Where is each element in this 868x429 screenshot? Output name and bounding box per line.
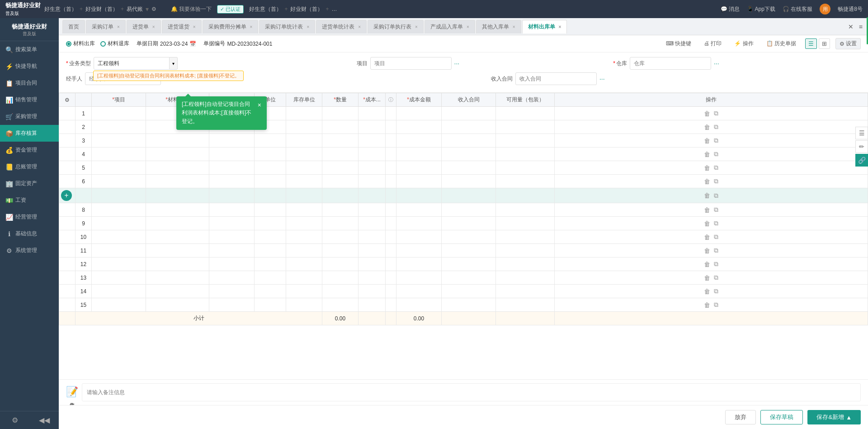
tab-purchase-order[interactable]: 采购订单× bbox=[86, 20, 126, 33]
col-header-settings[interactable]: ⚙ bbox=[59, 93, 75, 107]
row-material-7-input[interactable] bbox=[148, 192, 207, 199]
business-type-dropdown-btn[interactable]: ▾ bbox=[170, 57, 178, 70]
delete-row-9-btn[interactable]: 🗑 bbox=[703, 219, 711, 228]
row-qty-2[interactable] bbox=[322, 120, 359, 134]
copy-row-13-btn[interactable]: ⧉ bbox=[713, 273, 719, 282]
delete-row-13-btn[interactable]: 🗑 bbox=[703, 273, 711, 282]
tooltip-close-btn[interactable]: × bbox=[258, 100, 261, 110]
username[interactable]: 畅捷通8号 bbox=[838, 5, 863, 13]
sidebar-item-management[interactable]: 📈 经营管理 bbox=[0, 209, 59, 225]
shortcut-btn[interactable]: ⌨ 快捷键 bbox=[662, 38, 695, 49]
delete-row-8-btn[interactable]: 🗑 bbox=[703, 205, 711, 214]
nav-item-3[interactable]: 易代账 bbox=[127, 5, 143, 13]
topnav-settings[interactable]: ⚙ bbox=[151, 6, 156, 12]
view-grid-btn[interactable]: ⊞ bbox=[819, 38, 830, 49]
delete-row-7-btn[interactable]: 🗑 bbox=[703, 191, 711, 200]
sidebar-item-purchase[interactable]: 🛒 采购管理 bbox=[0, 108, 59, 125]
copy-row-14-btn[interactable]: ⧉ bbox=[713, 286, 719, 296]
right-tool-3[interactable]: 🔗 bbox=[855, 154, 868, 167]
copy-row-6-btn[interactable]: ⧉ bbox=[713, 176, 719, 186]
copy-row-3-btn[interactable]: ⧉ bbox=[713, 136, 719, 145]
warehouse-input[interactable] bbox=[630, 57, 711, 70]
calendar-icon[interactable]: 📅 bbox=[189, 41, 196, 47]
row-cost-amount-2[interactable] bbox=[396, 120, 442, 134]
copy-row-8-btn[interactable]: ⧉ bbox=[713, 205, 719, 214]
project-dots[interactable]: ··· bbox=[454, 60, 460, 67]
add-row-btn[interactable]: + bbox=[61, 190, 72, 201]
sidebar-collapse-btn[interactable]: ◀◀ bbox=[29, 411, 59, 429]
tab-purchase-stat-close[interactable]: × bbox=[307, 24, 309, 29]
save-draft-btn[interactable]: 保存草稿 bbox=[760, 410, 803, 424]
delete-row-4-btn[interactable]: 🗑 bbox=[703, 149, 711, 159]
online-service-btn[interactable]: 🎧 在线客服 bbox=[783, 5, 812, 13]
sidebar-item-basic[interactable]: ℹ 基础信息 bbox=[0, 225, 59, 242]
tab-purchase-exec[interactable]: 采购订单执行表× bbox=[368, 20, 424, 33]
history-btn[interactable]: 📋 历史单据 bbox=[763, 38, 800, 49]
right-tool-1[interactable]: ☰ bbox=[855, 127, 868, 139]
sidebar-item-assets[interactable]: 🏢 固定资产 bbox=[0, 175, 59, 192]
copy-row-5-btn[interactable]: ⧉ bbox=[713, 163, 719, 172]
tab-material-out-close[interactable]: × bbox=[559, 24, 561, 29]
copy-row-4-btn[interactable]: ⧉ bbox=[713, 149, 719, 159]
row-store-unit-2[interactable] bbox=[286, 120, 322, 134]
sidebar-settings-btn[interactable]: ⚙ bbox=[0, 411, 29, 429]
sidebar-item-sales[interactable]: 📊 销售管理 bbox=[0, 91, 59, 108]
tab-close-all-btn[interactable]: ✕ bbox=[846, 21, 855, 32]
delete-row-10-btn[interactable]: 🗑 bbox=[703, 232, 711, 242]
row-material-3[interactable] bbox=[146, 134, 209, 148]
tab-inbound-return[interactable]: 进货退货× bbox=[162, 20, 202, 33]
app-download-btn[interactable]: 📱 App下载 bbox=[747, 5, 775, 13]
sidebar-item-salary[interactable]: 💵 工资 bbox=[0, 192, 59, 209]
tab-purchase-order-close[interactable]: × bbox=[117, 24, 120, 29]
delete-row-6-btn[interactable]: 🗑 bbox=[703, 176, 711, 186]
tab-purchase-expense[interactable]: 采购费用分摊单× bbox=[203, 20, 259, 33]
warehouse-dots[interactable]: ··· bbox=[714, 60, 719, 67]
tab-product-inbound[interactable]: 产成品入库单× bbox=[425, 20, 475, 33]
delete-row-14-btn[interactable]: 🗑 bbox=[703, 286, 711, 296]
tab-home[interactable]: 首页 bbox=[62, 20, 85, 33]
project-input[interactable] bbox=[370, 57, 452, 70]
copy-row-11-btn[interactable]: ⧉ bbox=[713, 246, 719, 255]
nav-item-5[interactable]: 好业财（首） bbox=[290, 5, 323, 13]
tab-inbound-close[interactable]: × bbox=[152, 24, 155, 29]
income-contract-input[interactable] bbox=[515, 72, 597, 85]
nav-item-4[interactable]: 好生意（首） bbox=[249, 5, 282, 13]
tab-menu-btn[interactable]: ≡ bbox=[857, 21, 864, 32]
row-project-7-active[interactable] bbox=[92, 188, 146, 203]
print-btn[interactable]: 🖨 打印 bbox=[700, 38, 725, 49]
tab-inbound[interactable]: 进货单× bbox=[127, 20, 161, 33]
copy-row-10-btn[interactable]: ⧉ bbox=[713, 232, 719, 242]
row-cost-amount-1[interactable] bbox=[396, 107, 442, 120]
delete-row-15-btn[interactable]: 🗑 bbox=[703, 300, 711, 310]
sidebar-item-project[interactable]: 📋 项目合同 bbox=[0, 75, 59, 91]
delete-row-5-btn[interactable]: 🗑 bbox=[703, 163, 711, 172]
tab-material-out[interactable]: 材料出库单× bbox=[522, 20, 567, 33]
sidebar-item-nav[interactable]: ⚡ 快捷导航 bbox=[0, 58, 59, 75]
nav-item-experience[interactable]: 🔔 我要体验一下 bbox=[171, 5, 212, 13]
settings-btn[interactable]: ⚙ 设置 bbox=[835, 38, 861, 49]
tab-other-inbound[interactable]: 其他入库单× bbox=[476, 20, 521, 33]
row-income-contract-2[interactable] bbox=[442, 120, 496, 134]
tab-inbound-stat[interactable]: 进货单统计表× bbox=[316, 20, 367, 33]
tab-purchase-stat[interactable]: 采购订单统计表× bbox=[259, 20, 315, 33]
copy-row-12-btn[interactable]: ⧉ bbox=[713, 259, 719, 269]
row-cost-1[interactable] bbox=[359, 107, 386, 120]
sidebar-item-ledger[interactable]: 📒 总账管理 bbox=[0, 158, 59, 175]
row-project-4[interactable] bbox=[92, 148, 146, 161]
view-list-btn[interactable]: ☰ bbox=[805, 38, 817, 49]
message-btn[interactable]: 💬 消息 bbox=[721, 5, 740, 13]
radio-material-return[interactable]: 材料退库 bbox=[100, 40, 129, 48]
user-avatar[interactable]: 用 bbox=[820, 4, 830, 14]
row-material-7-active[interactable] bbox=[146, 188, 209, 203]
copy-row-15-btn[interactable]: ⧉ bbox=[713, 300, 719, 310]
tab-inbound-stat-close[interactable]: × bbox=[358, 24, 361, 29]
discard-btn[interactable]: 放弃 bbox=[725, 410, 756, 424]
row-project-7-input[interactable] bbox=[94, 192, 144, 199]
delete-row-12-btn[interactable]: 🗑 bbox=[703, 259, 711, 269]
tab-purchase-expense-close[interactable]: × bbox=[250, 24, 253, 29]
tab-purchase-exec-close[interactable]: × bbox=[415, 24, 418, 29]
delete-row-11-btn[interactable]: 🗑 bbox=[703, 246, 711, 255]
business-type-input[interactable] bbox=[94, 57, 170, 70]
sidebar-item-finance[interactable]: 💰 资金管理 bbox=[0, 142, 59, 158]
row-income-contract-1[interactable] bbox=[442, 107, 496, 120]
